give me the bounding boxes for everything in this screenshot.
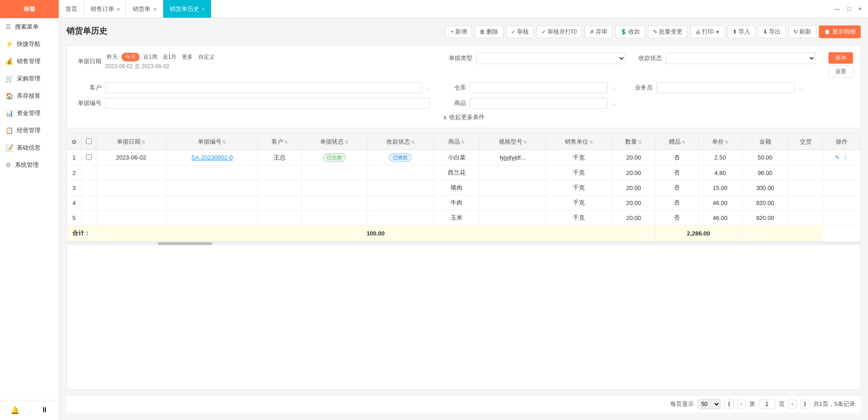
next-page-button[interactable]: › xyxy=(788,400,797,409)
collection-status-select[interactable] xyxy=(666,52,816,64)
col-doc-status[interactable]: 单据状态 ⇅ xyxy=(301,134,368,150)
date-custom[interactable]: 自定义 xyxy=(196,52,216,62)
sidebar-item-system-mgmt[interactable]: ⚙ 系统管理 xyxy=(0,156,59,174)
sidebar-item-label: 销售管理 xyxy=(17,57,40,65)
customer-input[interactable] xyxy=(105,82,421,93)
date-more[interactable]: 更多 xyxy=(180,52,195,62)
scroll-thumb[interactable] xyxy=(158,242,212,245)
doc-date-cell: 2023-06-02 xyxy=(96,150,166,165)
col-doc-no[interactable]: 单据编号 ⇅ xyxy=(166,134,258,150)
last-page-button[interactable]: ⟫ xyxy=(800,400,810,409)
col-gift[interactable]: 赠品 ⇅ xyxy=(655,134,698,150)
warehouse-input[interactable] xyxy=(470,82,608,93)
doc-no-input[interactable] xyxy=(105,98,430,109)
col-amount-label: 金额 xyxy=(759,138,771,145)
col-unit-price[interactable]: 单价 ⇅ xyxy=(698,134,742,150)
query-button[interactable]: 查询 xyxy=(828,52,853,64)
doc-status-cell xyxy=(301,165,368,180)
import-button[interactable]: ⬆ 导入 xyxy=(728,25,755,38)
doc-type-select[interactable] xyxy=(476,52,626,64)
date-last1month[interactable]: 近1月 xyxy=(161,52,179,62)
more-action[interactable]: ⋮ xyxy=(843,154,848,161)
warehouse-dots[interactable]: ... xyxy=(612,85,616,91)
tab-sales-goods[interactable]: 销货单 × xyxy=(126,0,163,18)
close-sales-history-tab[interactable]: × xyxy=(202,6,205,12)
settings-button[interactable]: 设置 xyxy=(828,65,853,78)
first-page-button[interactable]: ⟪ xyxy=(724,400,734,409)
per-page-select[interactable]: 50 100 200 xyxy=(697,399,721,409)
edit-action[interactable]: ✎ xyxy=(835,154,840,161)
transaction-cell xyxy=(788,180,823,195)
col-settings[interactable]: ⚙ xyxy=(67,134,81,150)
collect-button[interactable]: 💲 收款 xyxy=(615,25,645,38)
sidebar-item-operations[interactable]: 📋 经营管理 xyxy=(0,122,59,139)
salesperson-input[interactable] xyxy=(656,82,795,93)
sidebar-item-purchase-mgmt[interactable]: 🛒 采购管理 xyxy=(0,70,59,87)
collapse-filter-button[interactable]: ∧ 收起更多条件 xyxy=(74,113,853,121)
select-all-checkbox[interactable] xyxy=(86,138,92,144)
sidebar-item-sales-mgmt[interactable]: 💰 销售管理 xyxy=(0,53,59,70)
salesperson-dots[interactable]: ... xyxy=(798,85,803,91)
transaction-cell xyxy=(788,165,823,180)
sidebar-item-inventory[interactable]: 🏠 库存核算 xyxy=(0,87,59,105)
tab-home[interactable]: 首页 xyxy=(59,0,84,18)
doc-no-link[interactable]: SA-20230602-0 xyxy=(191,154,233,161)
table-settings-icon[interactable]: ⚙ xyxy=(71,139,77,145)
sidebar-item-label: 搜索菜单 xyxy=(15,23,39,31)
goods-input[interactable] xyxy=(470,98,608,109)
close-button[interactable]: × xyxy=(855,5,864,13)
export-button[interactable]: ⬇ 导出 xyxy=(758,25,786,38)
pause-icon[interactable]: ⏸ xyxy=(41,406,48,415)
customer-dots[interactable]: ... xyxy=(425,85,429,91)
row-checkbox-cell xyxy=(81,195,96,210)
audit-print-button[interactable]: ✓ 审核并打印 xyxy=(537,25,582,38)
sidebar-item-finance[interactable]: 📊 资金管理 xyxy=(0,105,59,122)
tab-sales-order[interactable]: 销售订单 × xyxy=(84,0,126,18)
minimize-button[interactable]: — xyxy=(832,5,843,13)
row-checkbox[interactable] xyxy=(86,154,92,160)
col-actions: 操作 xyxy=(823,134,860,150)
col-doc-date[interactable]: 单据日期 ⇅ xyxy=(96,134,166,150)
notification-icon[interactable]: 🔔 xyxy=(10,406,20,415)
goods-cell: 牛肉 xyxy=(434,195,480,210)
batch-change-button[interactable]: ✎ 批量变更 xyxy=(648,25,687,38)
abandon-button[interactable]: ✗ 弃审 xyxy=(585,25,612,38)
new-icon: + xyxy=(451,29,454,35)
table-row: 2西兰花千克20.00否4.8096.00 xyxy=(67,165,860,180)
col-payment-status[interactable]: 收款状态 ⇅ xyxy=(367,134,434,150)
print-button[interactable]: 🖨 打印 ▼ xyxy=(690,25,725,38)
restore-button[interactable]: □ xyxy=(845,5,854,13)
page-number-input[interactable] xyxy=(759,400,775,409)
close-sales-order-tab[interactable]: × xyxy=(117,6,120,12)
filter-group-date: 单据日期 昨天 今天 近1周 近1月 更多 自定义 2023-06-02 至 2… xyxy=(74,52,436,70)
audit-button[interactable]: ✓ 审核 xyxy=(506,25,534,38)
date-today[interactable]: 今天 xyxy=(121,53,140,61)
unit-price-cell: 15.00 xyxy=(698,180,742,195)
col-quantity[interactable]: 数量 ⇅ xyxy=(612,134,655,150)
date-last7days[interactable]: 近1周 xyxy=(141,52,159,62)
col-spec-model[interactable]: 规格型号 ⇅ xyxy=(480,134,546,150)
delete-button[interactable]: 🗑 删除 xyxy=(475,25,503,38)
date-yesterday[interactable]: 昨天 xyxy=(105,52,120,62)
filter-panel: 单据日期 昨天 今天 近1周 近1月 更多 自定义 2023-06-02 至 2… xyxy=(66,45,861,128)
new-button[interactable]: + 新增 xyxy=(446,25,472,38)
sales-unit-cell: 千克 xyxy=(546,195,612,210)
goods-dots[interactable]: ... xyxy=(612,100,616,106)
doc-no-cell xyxy=(166,180,258,195)
tab-sales-history[interactable]: 销货单历史 × xyxy=(163,0,211,18)
sidebar-item-label: 资金管理 xyxy=(17,109,40,117)
col-customer[interactable]: 客户 ⇅ xyxy=(258,134,301,150)
row-checkbox-cell xyxy=(81,180,96,195)
horizontal-scrollbar[interactable] xyxy=(67,241,860,245)
refresh-button[interactable]: ↻ 刷新 xyxy=(788,25,816,38)
sidebar-item-basic-info[interactable]: 📝 基础信息 xyxy=(0,139,59,156)
col-goods[interactable]: 商品 ⇅ xyxy=(434,134,480,150)
show-detail-button[interactable]: 📋 显示明细 xyxy=(819,25,861,38)
prev-page-button[interactable]: ‹ xyxy=(738,400,746,409)
sidebar-item-quick-nav[interactable]: ⚡ 快捷导航 xyxy=(0,35,59,53)
close-sales-goods-tab[interactable]: × xyxy=(153,6,156,12)
new-label: 新增 xyxy=(455,28,467,36)
col-sales-unit[interactable]: 销售单位 ⇅ xyxy=(546,134,612,150)
total-records-label: 共1页，5条记录 xyxy=(813,400,855,408)
sidebar-item-search-menu[interactable]: ☰ 搜索菜单 xyxy=(0,18,59,35)
